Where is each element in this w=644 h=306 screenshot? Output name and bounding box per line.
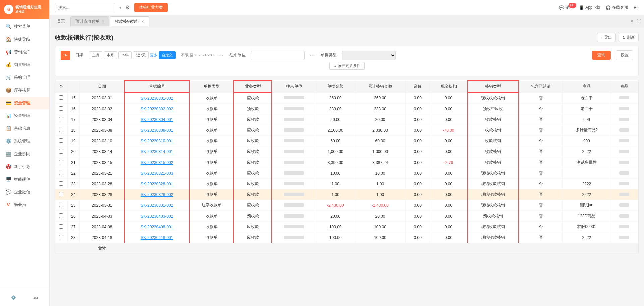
tab-home[interactable]: 首页 bbox=[52, 16, 70, 26]
col-checkbox[interactable] bbox=[55, 189, 67, 200]
col-serial: 28 bbox=[67, 232, 79, 243]
topbar-gear-icon[interactable]: ⚙ bbox=[125, 4, 130, 11]
messages-button[interactable]: 💬 消息 99+ bbox=[559, 5, 574, 10]
col-counterpart-cell bbox=[272, 189, 316, 200]
bill-no-link[interactable]: SK-20230302-002 bbox=[141, 107, 173, 111]
bill-no-link[interactable]: SK-20230314-001 bbox=[141, 149, 173, 154]
col-checkbox[interactable] bbox=[55, 125, 67, 136]
export-button[interactable]: ↑ 导出 bbox=[597, 33, 616, 42]
table-scroll-container[interactable]: ⚙ 日期 单据编号 单据类型 业务类型 往来单位 单据金额 累计核销金额 余额 … bbox=[55, 80, 638, 254]
date-more-link[interactable]: 更多 bbox=[150, 53, 157, 58]
col-checkbox[interactable] bbox=[55, 157, 67, 168]
col-checkbox[interactable] bbox=[55, 200, 67, 211]
bill-no-link[interactable]: SK-20230310-001 bbox=[141, 139, 173, 143]
sidebar-item-system[interactable]: ⚙️ 系统管理 bbox=[0, 135, 49, 147]
col-checkbox[interactable] bbox=[55, 222, 67, 232]
sidebar-item-quicknav[interactable]: 🏠 快捷导航 bbox=[0, 33, 49, 46]
tab-prepay[interactable]: 预计应收付单 ✕ bbox=[70, 16, 109, 26]
col-cancel-type-cell: 收款核销 bbox=[468, 136, 519, 146]
filter-expand-button[interactable]: ≫ bbox=[61, 51, 70, 60]
col-checkbox[interactable] bbox=[55, 179, 67, 189]
col-checkbox[interactable] bbox=[55, 146, 67, 157]
col-product-cell: 老白干 bbox=[563, 93, 610, 104]
col-biz-type-cell: 应收款 bbox=[234, 189, 272, 200]
col-amount-cell: 360.00 bbox=[316, 93, 355, 104]
col-product-cell: 2222 bbox=[563, 179, 610, 189]
counterpart-input[interactable] bbox=[251, 51, 305, 60]
tab-collection[interactable]: 收款核销执行 ✕ bbox=[110, 16, 149, 26]
date-custom-button[interactable]: 自定义 bbox=[159, 51, 176, 59]
money-icon: 💰 bbox=[5, 62, 11, 68]
sidebar-item-purchase[interactable]: 🛒 采购管理 bbox=[0, 71, 49, 84]
filter-settings-button[interactable]: 设置 bbox=[616, 50, 633, 60]
bill-no-link[interactable]: SK-20230321-003 bbox=[141, 171, 173, 176]
col-included-cell: 否 bbox=[519, 146, 563, 157]
sidebar-item-search[interactable]: 🔍 搜索菜单 bbox=[0, 20, 49, 33]
col-amount-cell: 3,390.00 bbox=[316, 157, 355, 168]
col-serial: 19 bbox=[67, 136, 79, 146]
date-this-year[interactable]: 本年 bbox=[118, 51, 132, 59]
sidebar-item-finance[interactable]: 💳 资金管理 bbox=[0, 97, 49, 109]
tab-collection-close[interactable]: ✕ bbox=[141, 20, 144, 23]
col-bill-type-cell: 收款单 bbox=[189, 104, 234, 114]
sidebar-item-inventory[interactable]: 📦 库存核算 bbox=[0, 84, 49, 97]
tab-prepay-close[interactable]: ✕ bbox=[102, 20, 104, 23]
close-window-icon[interactable]: ✕ bbox=[630, 19, 634, 24]
sidebar-item-hardware[interactable]: 🖥️ 智能硬件 bbox=[0, 173, 49, 186]
receipt-type-label: 单据类型 bbox=[321, 52, 337, 58]
app-download-button[interactable]: 📱 App下载 bbox=[579, 5, 600, 10]
sidebar-settings-btn[interactable]: ⚙️ bbox=[9, 293, 18, 302]
query-button[interactable]: 查询 bbox=[592, 51, 611, 60]
col-checkbox[interactable] bbox=[55, 114, 67, 125]
col-included-cell: 否 bbox=[519, 114, 563, 125]
bill-no-link[interactable]: SK-20230328-001 bbox=[141, 182, 173, 186]
refresh-button[interactable]: ↻ 刷新 bbox=[619, 33, 639, 42]
sidebar-item-marketing[interactable]: 📢 营销推广 bbox=[0, 46, 49, 58]
topbar-search-input[interactable] bbox=[55, 3, 115, 12]
bill-no-link[interactable]: SK-20230418-001 bbox=[141, 235, 173, 240]
bill-no-link[interactable]: SK-20230304-001 bbox=[141, 117, 173, 122]
col-amount-cell: 10.00 bbox=[316, 168, 355, 179]
date-7days[interactable]: 近7天 bbox=[133, 51, 149, 59]
col-included-cell: 否 bbox=[519, 104, 563, 114]
sidebar-item-member[interactable]: V 畅会员 bbox=[0, 198, 49, 211]
col-accumulated-cell: 20.00 bbox=[355, 114, 405, 125]
megaphone-icon: 📢 bbox=[5, 49, 11, 55]
col-checkbox[interactable] bbox=[55, 211, 67, 222]
date-this-month[interactable]: 本月 bbox=[104, 51, 117, 59]
bill-no-link[interactable]: SK-20230408-001 bbox=[141, 225, 173, 229]
col-checkbox[interactable] bbox=[55, 93, 67, 104]
sidebar-item-wechat[interactable]: 💬 企业微信 bbox=[0, 186, 49, 198]
col-checkbox[interactable] bbox=[55, 104, 67, 114]
filter-dots: ··· bbox=[219, 53, 224, 58]
online-service-button[interactable]: 🎧 在线客服 bbox=[606, 5, 628, 10]
col-cancel-type-cell: 现结收款核销 bbox=[468, 200, 519, 211]
bill-no-link[interactable]: SK-20230315-002 bbox=[141, 160, 173, 165]
dropdown-arrow-icon[interactable]: ▾ bbox=[119, 5, 121, 10]
date-last-month[interactable]: 上月 bbox=[89, 51, 102, 59]
bill-no-link[interactable]: SK-20230308-001 bbox=[141, 128, 173, 133]
bill-no-link[interactable]: SK-20230403-002 bbox=[141, 214, 173, 219]
bill-no-link[interactable]: SK-20230301-002 bbox=[141, 96, 173, 101]
receipt-type-select[interactable] bbox=[342, 51, 396, 60]
solution-button[interactable]: 体验行业方案 bbox=[134, 3, 168, 12]
col-bill-type-cell: 收款单 bbox=[189, 222, 234, 232]
col-checkbox[interactable] bbox=[55, 232, 67, 243]
expand-more-button[interactable]: ⌄ 展开更多条件 bbox=[329, 62, 365, 70]
sidebar-collapse-btn[interactable]: ◀◀ bbox=[31, 293, 40, 302]
sidebar-item-basic[interactable]: 📋 基础信息 bbox=[0, 122, 49, 135]
col-date-cell: 2023-04-03 bbox=[79, 211, 124, 222]
col-checkbox[interactable] bbox=[55, 136, 67, 146]
sidebar-item-sales[interactable]: 💰 销售管理 bbox=[0, 58, 49, 71]
table-row: 22 2023-03-21 SK-20230321-003 收款单 应收款 10… bbox=[55, 168, 638, 179]
col-cancel-type-cell: 收款核销 bbox=[468, 157, 519, 168]
col-product2-cell bbox=[610, 232, 638, 243]
sidebar-item-guide[interactable]: 🎯 新手引导 bbox=[0, 160, 49, 173]
sidebar-item-operation[interactable]: 📊 经营管理 bbox=[0, 109, 49, 122]
col-checkbox[interactable] bbox=[55, 168, 67, 179]
sidebar-item-enterprise[interactable]: 🏢 企业协同 bbox=[0, 147, 49, 160]
bill-no-link[interactable]: SK-20230328-002 bbox=[141, 192, 173, 197]
maximize-window-icon[interactable]: ⛶ bbox=[637, 19, 641, 24]
col-discount-cell: 0.00 bbox=[430, 104, 468, 114]
bill-no-link[interactable]: SK-20230331-002 bbox=[141, 203, 173, 208]
